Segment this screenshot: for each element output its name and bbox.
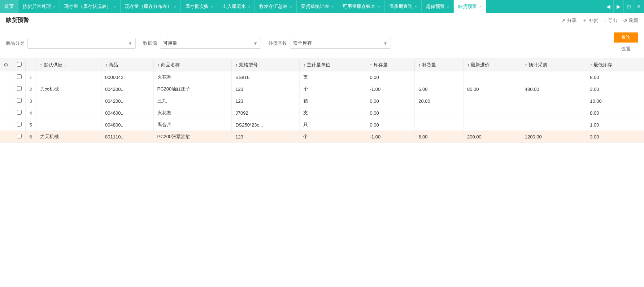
table-row: 1 0000042 火花塞 SS816 支 0.00 8.00 <box>0 71 644 83</box>
row-min-stock: 3.00 <box>586 83 644 95</box>
table-wrapper: ⚙ ↕ 默认供应... ↕ 商品... ↕ 商品名称 ↕ 规格型号 ↕ 主计量单… <box>0 59 644 143</box>
row-checkbox-cell <box>13 71 25 83</box>
row-unit: 个 <box>299 131 366 143</box>
tab-close-icon-3[interactable]: × <box>174 4 176 9</box>
row-name: 三九 <box>153 95 232 107</box>
row-spec: 123 <box>232 83 300 95</box>
settings-button[interactable]: 设置 <box>614 44 638 54</box>
tab-close-icon-7[interactable]: × <box>331 4 334 9</box>
share-button[interactable]: ↗ 分享 <box>561 17 576 24</box>
table-row: 6 力天机械 801110... PC200张紧油缸 123 个 -1.00 6… <box>0 131 644 143</box>
row-gear-cell <box>0 95 13 107</box>
nav-tab-11[interactable]: 缺货预警× <box>454 0 486 13</box>
row-stock: 0.00 <box>366 107 415 119</box>
row-spec: 123 <box>232 131 300 143</box>
row-unit: 支 <box>299 107 366 119</box>
row-checkbox-3[interactable] <box>17 110 22 115</box>
nav-prev-button[interactable]: ◀ <box>604 0 614 13</box>
category-label: 商品分类 <box>6 40 25 47</box>
col-unit: ↕ 主计量单位 <box>299 59 366 71</box>
nav-tab-5[interactable]: 出入库流水× <box>218 0 255 13</box>
row-latest-price <box>463 95 521 107</box>
row-name: 火花塞 <box>153 71 232 83</box>
nav-tab-1[interactable]: 拣货异常处理× <box>18 0 60 13</box>
col-code: ↕ 商品... <box>101 59 154 71</box>
nav-next-button[interactable]: ▶ <box>614 0 624 13</box>
nav-tab-3[interactable]: 现存量（库存分布表）× <box>121 0 181 13</box>
nav-tab-8[interactable]: 可用量库存账本× <box>338 0 384 13</box>
row-checkbox-2[interactable] <box>17 98 22 103</box>
row-min-stock: 8.00 <box>586 71 644 83</box>
row-stock: -1.00 <box>366 83 415 95</box>
row-latest-price <box>463 107 521 119</box>
row-checkbox-5[interactable] <box>17 134 22 138</box>
table-row: 4 004600... 火花塞 J7092 支 0.00 8.00 <box>0 107 644 119</box>
filter-category: 商品分类 ▼ <box>6 38 136 49</box>
row-replenish <box>415 119 464 131</box>
tab-close-icon-4[interactable]: × <box>211 4 213 9</box>
export-icon: ↓ <box>604 18 606 23</box>
select-all-checkbox[interactable] <box>17 62 22 67</box>
nav-tab-10[interactable]: 超储预警× <box>422 0 454 13</box>
datasource-select[interactable]: 可用量 ▼ <box>160 38 261 49</box>
page-header: 缺货预警 ↗ 分享 ＋ 补货 ↓ 导出 ↺ 刷新 <box>0 13 644 28</box>
row-est-purchase: 480.00 <box>521 83 586 95</box>
row-min-stock: 3.00 <box>586 131 644 143</box>
row-code: 004600... <box>101 107 154 119</box>
export-button[interactable]: ↓ 导出 <box>604 17 617 24</box>
row-checkbox-cell <box>13 119 25 131</box>
row-code: 801110... <box>101 131 154 143</box>
tab-close-icon-5[interactable]: × <box>248 4 250 9</box>
row-name: 火花塞 <box>153 107 232 119</box>
nav-window-button[interactable]: ⊡ <box>624 0 634 13</box>
nav-tab-4[interactable]: 库存批次账× <box>181 0 218 13</box>
col-latest-price: ↕ 最新进价 <box>463 59 521 71</box>
row-spec: 123 <box>232 95 300 107</box>
row-gear-cell <box>0 83 13 95</box>
row-checkbox-0[interactable] <box>17 74 22 79</box>
replenish-base-label: 补货基数 <box>268 40 287 47</box>
column-settings-button[interactable]: ⚙ <box>4 62 8 68</box>
tab-close-icon-11[interactable]: × <box>479 4 481 9</box>
nav-tab-7[interactable]: 要货单统计表× <box>297 0 338 13</box>
row-min-stock: 8.00 <box>586 107 644 119</box>
row-supplier: 力天机械 <box>36 83 101 95</box>
data-table: ⚙ ↕ 默认供应... ↕ 商品... ↕ 商品名称 ↕ 规格型号 ↕ 主计量单… <box>0 59 644 143</box>
replenish-button[interactable]: ＋ 补货 <box>582 17 598 24</box>
row-num: 3 <box>25 95 36 107</box>
row-est-purchase <box>521 107 586 119</box>
row-est-purchase <box>521 71 586 83</box>
row-checkbox-1[interactable] <box>17 86 22 91</box>
nav-tab-0[interactable]: 首页 <box>0 0 18 13</box>
row-checkbox-4[interactable] <box>17 122 22 127</box>
row-stock: 0.00 <box>366 71 415 83</box>
row-latest-price <box>463 119 521 131</box>
row-latest-price: 200.00 <box>463 131 521 143</box>
row-unit: 个 <box>299 83 366 95</box>
tab-close-icon-10[interactable]: × <box>447 4 449 9</box>
nav-close-button[interactable]: ✕ <box>634 0 644 13</box>
category-select[interactable]: ▼ <box>27 38 136 49</box>
header-actions: ↗ 分享 ＋ 补货 ↓ 导出 ↺ 刷新 <box>561 17 638 24</box>
table-row: 3 004200... 三九 123 箱 0.00 20.00 10.00 <box>0 95 644 107</box>
tab-close-icon-6[interactable]: × <box>290 4 292 9</box>
refresh-button[interactable]: ↺ 刷新 <box>623 17 638 24</box>
row-est-purchase <box>521 119 586 131</box>
nav-tab-2[interactable]: 现存量（库存状况表）× <box>60 0 120 13</box>
row-unit: 只 <box>299 119 366 131</box>
query-button[interactable]: 查询 <box>614 32 638 43</box>
replenish-base-select[interactable]: 安全库存 ▼ <box>290 38 391 49</box>
tab-close-icon-1[interactable]: × <box>53 4 55 9</box>
replenish-base-dropdown-icon: ▼ <box>383 41 388 46</box>
nav-tab-6[interactable]: 收发存汇总表× <box>255 0 296 13</box>
row-name: PC200油缸庄子 <box>153 83 232 95</box>
tab-close-icon-2[interactable]: × <box>113 4 116 9</box>
row-checkbox-cell <box>13 131 25 143</box>
nav-tab-9[interactable]: 保质期查询× <box>385 0 422 13</box>
tab-close-icon-8[interactable]: × <box>378 4 380 9</box>
row-num: 6 <box>25 131 36 143</box>
row-stock: -1.00 <box>366 131 415 143</box>
tab-close-icon-9[interactable]: × <box>415 4 417 9</box>
row-num: 2 <box>25 83 36 95</box>
row-gear-cell <box>0 131 13 143</box>
